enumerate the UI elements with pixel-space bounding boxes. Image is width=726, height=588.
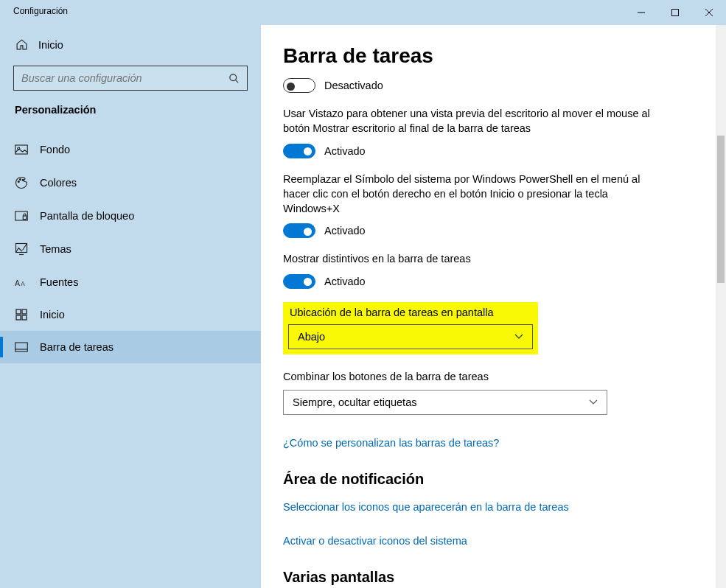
location-dropdown[interactable]: Abajo: [288, 324, 533, 349]
svg-rect-1: [672, 10, 679, 16]
help-link[interactable]: ¿Cómo se personalizan las barras de tare…: [283, 437, 694, 449]
picture-icon: [15, 144, 28, 155]
taskbar-icon: [15, 342, 28, 352]
scrollbar[interactable]: [716, 25, 726, 588]
sidebar-item-label: Pantalla de bloqueo: [40, 210, 134, 222]
content-area: Barra de tareas Desactivado Usar Vistazo…: [261, 25, 726, 588]
lockscreen-icon: [15, 211, 28, 221]
search-icon: [228, 73, 240, 84]
svg-rect-18: [16, 315, 21, 320]
svg-point-9: [20, 179, 21, 181]
sidebar-item-inicio[interactable]: Inicio: [0, 298, 261, 331]
home-icon: [15, 38, 28, 51]
combine-value: Siempre, ocultar etiquetas: [293, 396, 416, 408]
close-button[interactable]: [692, 0, 726, 25]
themes-icon: [15, 242, 28, 256]
chevron-down-icon: [514, 334, 523, 340]
combine-label: Combinar los botones de la barra de tare…: [283, 371, 694, 382]
multi-display-heading: Varias pantallas: [283, 569, 694, 586]
sidebar-item-label: Barra de tareas: [40, 341, 114, 353]
sidebar-item-fondo[interactable]: Fondo: [0, 133, 261, 166]
svg-point-4: [230, 74, 237, 80]
sidebar-item-barra-tareas[interactable]: Barra de tareas: [0, 331, 261, 363]
sidebar-item-colores[interactable]: Colores: [0, 166, 261, 200]
combine-dropdown[interactable]: Siempre, ocultar etiquetas: [283, 390, 607, 415]
location-value: Abajo: [298, 331, 325, 343]
toggle-1[interactable]: [283, 78, 315, 93]
svg-point-10: [22, 179, 24, 181]
svg-point-8: [18, 181, 19, 183]
svg-line-5: [235, 80, 238, 83]
toggle-3-state: Activado: [324, 225, 366, 237]
sidebar-item-fuentes[interactable]: AA Fuentes: [0, 266, 261, 298]
sidebar-item-label: Inicio: [40, 309, 65, 321]
palette-icon: [15, 176, 28, 189]
toggle-1-state: Desactivado: [324, 80, 383, 91]
start-icon: [15, 309, 28, 321]
location-label: Ubicación de la barra de tareas en panta…: [290, 307, 533, 318]
select-icons-link[interactable]: Seleccionar los iconos que aparecerán en…: [283, 501, 694, 513]
toggle-4[interactable]: [283, 274, 315, 289]
svg-rect-20: [15, 343, 28, 351]
svg-text:A: A: [21, 281, 25, 287]
sidebar-item-label: Fuentes: [40, 276, 78, 288]
window-title: Configuración: [13, 6, 68, 16]
home-link[interactable]: Inicio: [0, 25, 261, 61]
taskbar-location-block: Ubicación de la barra de tareas en panta…: [283, 302, 538, 354]
minimize-button[interactable]: [624, 0, 658, 25]
toggle-3[interactable]: [283, 223, 315, 238]
toggle-2-state: Activado: [324, 145, 366, 157]
sidebar-item-label: Fondo: [40, 144, 70, 155]
home-label: Inicio: [38, 39, 63, 51]
toggle-2-desc: Usar Vistazo para obtener una vista prev…: [283, 106, 666, 136]
chevron-down-icon: [589, 399, 598, 405]
sidebar-item-label: Colores: [40, 177, 77, 189]
search-box[interactable]: [13, 66, 248, 91]
fonts-icon: AA: [15, 276, 28, 288]
svg-rect-12: [23, 216, 27, 220]
toggle-3-desc: Reemplazar el Símbolo del sistema por Wi…: [283, 172, 666, 217]
page-title: Barra de tareas: [283, 44, 694, 68]
svg-text:A: A: [15, 279, 20, 287]
titlebar: Configuración: [0, 0, 726, 25]
svg-rect-17: [22, 309, 27, 314]
toggle-4-state: Activado: [324, 276, 366, 287]
notification-heading: Área de notificación: [283, 471, 694, 488]
toggle-4-desc: Mostrar distintivos en la barra de tarea…: [283, 251, 666, 266]
sidebar: Inicio Personalización Fondo Colores Pan…: [0, 25, 261, 588]
toggle-2[interactable]: [283, 144, 315, 158]
svg-rect-19: [22, 315, 27, 320]
svg-rect-16: [16, 309, 21, 314]
system-icons-link[interactable]: Activar o desactivar iconos del sistema: [283, 535, 694, 547]
sidebar-item-label: Temas: [40, 243, 71, 255]
search-input[interactable]: [21, 72, 228, 84]
sidebar-item-temas[interactable]: Temas: [0, 232, 261, 266]
svg-rect-6: [15, 145, 28, 154]
scrollbar-thumb[interactable]: [717, 136, 725, 283]
maximize-button[interactable]: [658, 0, 692, 25]
sidebar-item-pantalla-bloqueo[interactable]: Pantalla de bloqueo: [0, 200, 261, 232]
section-label: Personalización: [0, 104, 261, 125]
